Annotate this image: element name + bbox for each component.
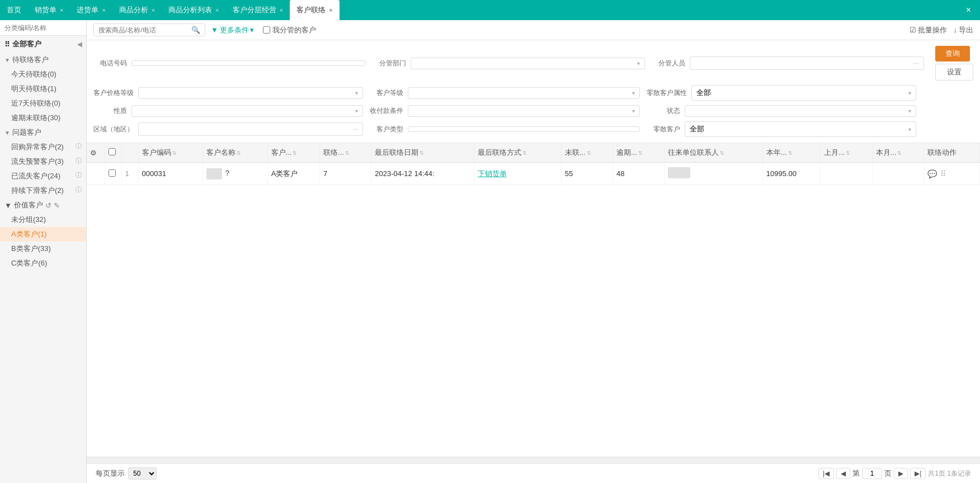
col-unit-contact[interactable]: 往来单位联系人⇅ (665, 143, 763, 163)
cell-no: 1 (121, 163, 138, 185)
close-customer-segment[interactable]: × (280, 7, 283, 13)
problem-customers-label: 问题客户 (12, 127, 41, 138)
close-purchase-order[interactable]: × (102, 7, 105, 13)
prev-page-btn[interactable]: ◀ (836, 468, 850, 479)
export-icon: ↓ (954, 26, 958, 34)
dept-input[interactable]: ▾ (411, 58, 645, 69)
pagination: |◀ ◀ 第 页 ▶ ▶| 共1页 1条记录 (818, 468, 971, 479)
sidebar-item-abnormal[interactable]: 回购异常客户(2) ⓘ (0, 140, 86, 154)
close-product-list[interactable]: × (215, 7, 219, 13)
col-last-month[interactable]: 上月...⇅ (821, 143, 872, 163)
settings-button[interactable]: 设置 (935, 64, 973, 80)
nav-product-list[interactable]: 商品分析列表 × (162, 0, 225, 20)
cell-name[interactable]: ? (203, 163, 268, 185)
close-customer-contact[interactable]: × (329, 7, 332, 13)
col-this-month[interactable]: 本月...⇅ (872, 143, 924, 163)
nav-customer-contact[interactable]: 客户联络 × (290, 0, 339, 20)
status-input[interactable]: ▾ (685, 105, 916, 117)
col-checkbox[interactable] (105, 143, 121, 163)
page-number-input[interactable] (862, 468, 882, 479)
problem-customers-group[interactable]: ▼ 问题客户 (0, 125, 86, 140)
sidebar-item-churn-warning[interactable]: 流失预警客户(3) ⓘ (0, 154, 86, 169)
price-dropdown-icon: ▾ (355, 90, 358, 96)
cell-last-method[interactable]: 下销货单 (474, 163, 562, 185)
refresh-icon[interactable]: ↺ (45, 201, 51, 210)
phone-input[interactable] (131, 60, 366, 66)
sidebar-search-input[interactable] (4, 24, 87, 32)
nav-product-analysis[interactable]: 商品分析 × (112, 0, 162, 20)
customer-level-label: 客户等级 (370, 88, 403, 98)
col-settings[interactable]: ⚙ (87, 143, 105, 163)
price-level-input[interactable]: ▾ (138, 87, 363, 99)
contact-icon[interactable]: 💬 (927, 169, 937, 178)
close-product-analysis[interactable]: × (152, 7, 155, 13)
col-code[interactable]: 客户编码⇅ (138, 143, 203, 163)
last-method-link[interactable]: 下销货单 (478, 169, 507, 178)
person-input[interactable]: ··· (690, 56, 924, 70)
sidebar: 🔍 ⠿ 全部客户 ◀ ▼ 待联络客户 今天待联络(0) 明天待联络(1) 近7天… (0, 20, 87, 483)
batch-ops-btn[interactable]: ☑ 批量操作 (910, 25, 947, 35)
main-search-input[interactable] (98, 26, 191, 34)
my-customers-input[interactable] (263, 26, 270, 34)
all-customers-header[interactable]: ⠿ 全部客户 ◀ (0, 36, 86, 53)
sidebar-item-churned[interactable]: 已流失客户(24) ⓘ (0, 169, 86, 183)
first-page-btn[interactable]: |◀ (818, 468, 834, 479)
edit-icon[interactable]: ✎ (54, 201, 60, 210)
more-filters-btn[interactable]: ▼ 更多条件 ▾ (211, 25, 254, 35)
next-page-btn[interactable]: ▶ (894, 468, 908, 479)
col-last-method[interactable]: 最后联络方式⇅ (474, 143, 562, 163)
sidebar-item-tomorrow[interactable]: 明天待联络(1) (0, 82, 86, 96)
sidebar-item-7days[interactable]: 近7天待联络(0) (0, 96, 86, 111)
sidebar-item-a-class[interactable]: A类客户(1) (0, 227, 86, 242)
sidebar-item-declining[interactable]: 持续下滑客户(2) ⓘ (0, 183, 86, 198)
collapse-icon[interactable]: ◀ (77, 41, 82, 48)
col-contact[interactable]: 联络...⇅ (320, 143, 371, 163)
phone-label: 电话号码 (93, 59, 127, 68)
select-all-checkbox[interactable] (109, 148, 116, 155)
col-last-date[interactable]: 最后联络日期⇅ (371, 143, 474, 163)
row-checkbox[interactable] (109, 169, 116, 177)
sidebar-item-unclassified[interactable]: 未分组(32) (0, 212, 86, 227)
arrow-down-icon-3[interactable]: ▼ (4, 201, 12, 210)
last-page-btn[interactable]: ▶| (910, 468, 926, 479)
sidebar-item-overdue[interactable]: 逾期未联络(30) (0, 111, 86, 125)
cell-contact: 7 (320, 163, 371, 185)
customer-level-input[interactable]: ▾ (408, 87, 639, 99)
retail-customer-input[interactable]: 全部 ▾ (685, 121, 916, 137)
retail-attr-dropdown-icon: ▾ (908, 90, 911, 96)
filter-retail-customer: 零散客户 全部 ▾ (647, 121, 916, 137)
payment-dropdown-icon: ▾ (632, 108, 635, 114)
data-table-container[interactable]: ⚙ 客户编码⇅ 客户名称⇅ 客户...⇅ 联络...⇅ 最后联络日期⇅ 最后联络… (87, 143, 980, 457)
sidebar-item-b-class[interactable]: B类客户(33) (0, 242, 86, 256)
my-customers-checkbox[interactable]: 我分管的客户 (263, 25, 316, 35)
region-more-icon: ··· (352, 125, 358, 133)
col-type[interactable]: 客户...⇅ (267, 143, 319, 163)
export-btn[interactable]: ↓ 导出 (954, 25, 974, 35)
retail-attr-input[interactable]: 全部 ▾ (691, 85, 916, 101)
main-search-icon[interactable]: 🔍 (191, 26, 200, 34)
col-name[interactable]: 客户名称⇅ (203, 143, 268, 163)
sidebar-item-c-class[interactable]: C类客户(6) (0, 256, 86, 271)
payment-input[interactable]: ▾ (408, 105, 639, 117)
nature-input[interactable]: ▾ (131, 105, 363, 117)
sidebar-item-today[interactable]: 今天待联络(0) (0, 67, 86, 82)
col-this-year[interactable]: 本年...⇅ (762, 143, 821, 163)
info-icon-2: ⓘ (76, 157, 82, 167)
more-action-icon[interactable]: ⠿ (940, 169, 946, 178)
cell-code: 000031 (138, 163, 203, 185)
region-input[interactable]: ··· (138, 122, 363, 136)
customer-type-input[interactable] (408, 126, 639, 132)
cell-checkbox[interactable] (105, 163, 121, 185)
nav-sales-order[interactable]: 销货单 × (28, 0, 70, 20)
per-page-select[interactable]: 10 20 50 100 (128, 467, 157, 480)
search-button[interactable]: 查询 (935, 46, 970, 61)
horizontal-scrollbar[interactable] (87, 457, 980, 463)
pending-contact-group[interactable]: ▼ 待联络客户 (0, 53, 86, 67)
nav-home[interactable]: 首页 (4, 0, 28, 20)
nav-customer-segment[interactable]: 客户分层经营 × (226, 0, 290, 20)
col-uncontacted[interactable]: 未联...⇅ (561, 143, 613, 163)
col-overdue[interactable]: 逾期...⇅ (613, 143, 664, 163)
close-sales-order[interactable]: × (60, 7, 63, 13)
nav-purchase-order[interactable]: 进货单 × (70, 0, 112, 20)
close-all-tabs[interactable]: × (962, 5, 976, 15)
